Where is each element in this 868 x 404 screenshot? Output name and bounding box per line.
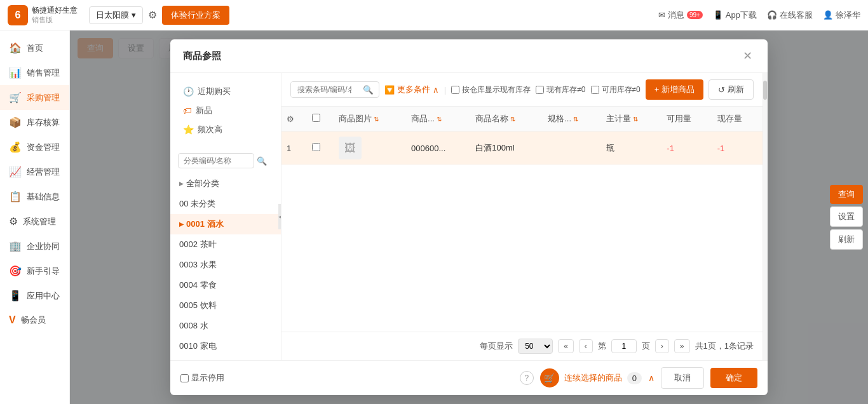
next-page-button[interactable]: › — [655, 339, 669, 353]
row-number: 1 — [287, 144, 291, 153]
row-checkbox[interactable] — [312, 143, 320, 151]
sidebar-label-purchase: 采购管理 — [27, 92, 60, 104]
main-layout: 🏠 首页 📊 销售管理 🛒 采购管理 📦 库存核算 💰 资金管理 📈 经营管理 … — [0, 30, 868, 404]
confirm-button[interactable]: 确定 — [710, 368, 757, 388]
cat-item-0008[interactable]: 0008 水 — [170, 316, 281, 336]
row-stock-cell: -1 — [712, 131, 763, 165]
sidebar-label-enterprise: 企业协同 — [27, 241, 60, 252]
last-page-button[interactable]: » — [674, 339, 690, 353]
th-unit: 主计量 ⇅ — [601, 107, 661, 131]
current-page-input[interactable] — [611, 339, 637, 353]
finance-icon: 💰 — [9, 141, 22, 153]
messages-nav-item[interactable]: ✉ 消息 99 — [658, 10, 703, 21]
sidebar-label-home: 首页 — [27, 43, 43, 54]
cat-item-0004[interactable]: 0004 零食 — [170, 275, 281, 295]
sidebar-item-member[interactable]: V 畅会员 — [0, 308, 69, 332]
filter-icon: 🔽 — [384, 85, 395, 95]
product-unit: 瓶 — [606, 143, 614, 152]
first-page-button[interactable]: « — [558, 339, 574, 353]
quick-item-frequent[interactable]: ⭐ 频次高 — [178, 120, 273, 139]
cat-item-0001[interactable]: ▶ 0001 酒水 — [170, 214, 281, 234]
right-settings-button[interactable]: 设置 — [830, 206, 863, 227]
th-checkbox — [307, 107, 334, 131]
table-row[interactable]: 1 🖼 — [281, 131, 763, 165]
sidebar-item-purchase[interactable]: 🛒 采购管理 — [0, 85, 69, 110]
quick-item-recent[interactable]: 🕐 近期购买 — [178, 82, 273, 101]
modal-scrollbar[interactable] — [763, 73, 768, 360]
product-search-input[interactable] — [291, 82, 358, 97]
cat-item-0002[interactable]: 0002 茶叶 — [170, 234, 281, 255]
current-stock-checkbox-label[interactable]: 现有库存≠0 — [536, 84, 585, 95]
help-button[interactable]: ? — [520, 371, 534, 385]
current-stock-checkbox[interactable] — [536, 86, 544, 94]
select-all-checkbox[interactable] — [312, 114, 320, 122]
category-search-icon[interactable]: 🔍 — [257, 156, 267, 166]
modal-close-button[interactable]: ✕ — [740, 48, 755, 64]
product-search-button[interactable]: 🔍 — [358, 83, 379, 97]
sidebar: 🏠 首页 📊 销售管理 🛒 采购管理 📦 库存核算 💰 资金管理 📈 经营管理 … — [0, 30, 70, 404]
guide-icon: 🎯 — [9, 265, 22, 277]
cancel-button[interactable]: 取消 — [661, 367, 704, 389]
prev-page-button[interactable]: ‹ — [579, 339, 593, 353]
category-search-area: 🔍 — [170, 151, 281, 171]
member-icon: V — [9, 314, 16, 326]
dropdown-icon: ▾ — [132, 10, 136, 20]
th-available-label: 可用量 — [667, 114, 691, 123]
cart-count: 0 — [627, 372, 642, 384]
page-size-selector[interactable]: 50 100 200 — [518, 339, 553, 354]
sidebar-item-system[interactable]: ⚙ 系统管理 — [0, 209, 69, 234]
category-search-input[interactable] — [178, 153, 254, 168]
refresh-label: 刷新 — [728, 84, 744, 95]
cart-label: 连续选择的商品 — [564, 372, 622, 384]
cat-arrow-all: ▶ — [179, 180, 184, 187]
app-download-nav-item[interactable]: 📱 App下载 — [713, 10, 757, 21]
refresh-button[interactable]: ↺ 刷新 — [709, 79, 754, 100]
sidebar-item-guide[interactable]: 🎯 新手引导 — [0, 259, 69, 283]
cat-label-0010: 0010 家电 — [179, 340, 217, 352]
cat-item-all[interactable]: ▶ 全部分类 — [170, 173, 281, 194]
more-filter-button[interactable]: 🔽 更多条件 ∧ — [384, 84, 439, 95]
right-query-button[interactable]: 查询 — [830, 185, 863, 204]
warehouse-stock-checkbox-label[interactable]: 按仓库显示现有库存 — [451, 84, 531, 95]
sidebar-item-enterprise[interactable]: 🏢 企业协同 — [0, 234, 69, 259]
cart-info-section: 🛒 连续选择的商品 0 — [540, 368, 642, 387]
available-stock-checkbox-label[interactable]: 可用库存≠0 — [591, 84, 641, 95]
system-icon: ⚙ — [9, 215, 18, 227]
available-stock-checkbox[interactable] — [591, 86, 599, 94]
sidebar-item-home[interactable]: 🏠 首页 — [0, 36, 69, 60]
cat-item-00[interactable]: 00 未分类 — [170, 194, 281, 214]
sidebar-item-operations[interactable]: 📈 经营管理 — [0, 159, 69, 184]
warehouse-stock-checkbox[interactable] — [451, 86, 459, 94]
show-disabled-label[interactable]: 显示停用 — [180, 372, 224, 384]
sidebar-item-finance[interactable]: 💰 资金管理 — [0, 135, 69, 159]
apps-icon: 📱 — [9, 290, 22, 302]
page-size-label: 每页显示 — [480, 340, 513, 352]
store-selector[interactable]: 日太阳膜 ▾ — [89, 6, 143, 24]
cat-item-0005[interactable]: 0005 饮料 — [170, 295, 281, 316]
settings-icon[interactable]: ⚙ — [287, 114, 294, 124]
quick-item-new[interactable]: 🏷 新品 — [178, 101, 273, 120]
sidebar-item-apps[interactable]: 📱 应用中心 — [0, 283, 69, 308]
sidebar-item-inventory[interactable]: 📦 库存核算 — [0, 110, 69, 135]
row-available-cell: -1 — [661, 131, 712, 165]
cart-icon[interactable]: 🛒 — [540, 368, 559, 387]
cat-item-0010[interactable]: 0010 家电 — [170, 336, 281, 356]
panel-collapse-button[interactable]: ◀◀ — [278, 204, 281, 229]
collapse-footer-button[interactable]: ∧ — [648, 373, 654, 383]
quick-label-recent: 近期购买 — [198, 86, 231, 97]
row-spec-cell — [543, 131, 601, 165]
add-product-button[interactable]: + 新增商品 — [646, 79, 703, 100]
sidebar-label-apps: 应用中心 — [27, 290, 60, 302]
basic-icon: 📋 — [9, 191, 22, 203]
cat-item-0003[interactable]: 0003 水果 — [170, 255, 281, 275]
user-avatar[interactable]: 👤 徐泽华 — [823, 10, 860, 21]
right-refresh-button[interactable]: 刷新 — [830, 229, 863, 250]
sidebar-item-sales[interactable]: 📊 销售管理 — [0, 60, 69, 85]
experience-button[interactable]: 体验行业方案 — [162, 6, 229, 25]
gear-icon[interactable]: ⚙ — [148, 9, 157, 21]
product-code: 000600... — [411, 144, 445, 153]
sidebar-label-finance: 资金管理 — [27, 142, 60, 153]
show-disabled-checkbox[interactable] — [180, 374, 189, 382]
sidebar-item-basic[interactable]: 📋 基础信息 — [0, 184, 69, 209]
customer-service-nav-item[interactable]: 🎧 在线客服 — [767, 10, 813, 21]
